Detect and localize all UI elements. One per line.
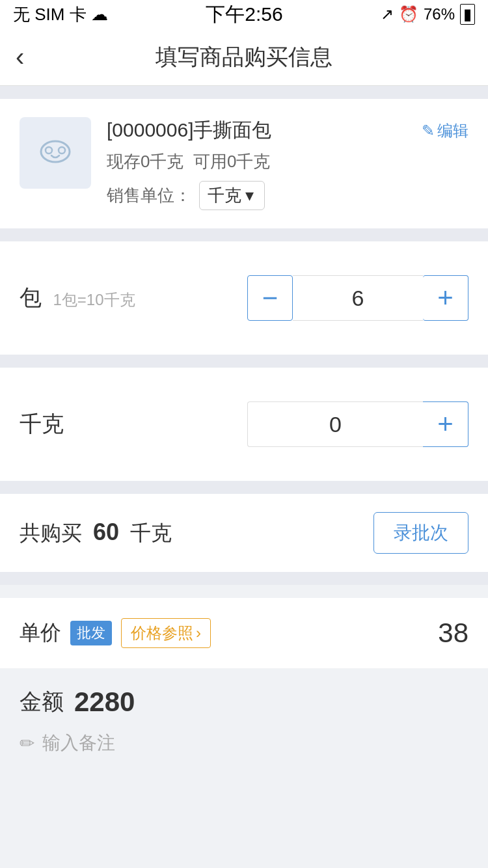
pencil-icon: ✏ — [20, 733, 34, 754]
kg-section: 千克 + — [0, 368, 488, 481]
status-left: 无 SIM 卡 ☁ — [13, 3, 108, 26]
product-thumbnail — [20, 117, 91, 189]
summary-amount: 60 — [93, 519, 119, 545]
amount-row: 金额 2280 — [20, 686, 468, 718]
kg-quantity-control: + — [247, 401, 468, 447]
kg-label: 千克 — [20, 409, 64, 439]
fill-area — [0, 768, 488, 868]
product-name: [0000006]手撕面包 — [107, 117, 271, 144]
svg-point-2 — [59, 147, 65, 154]
product-info: [0000006]手撕面包 ✎ 编辑 现存0千克 可用0千克 销售单位： 千克 … — [107, 117, 468, 210]
battery-label: 76% — [424, 5, 455, 23]
amount-label: 金额 — [20, 687, 64, 717]
product-stock: 现存0千克 可用0千克 — [107, 150, 468, 173]
price-label-group: 单价 批发 价格参照 › — [20, 618, 211, 648]
kg-quantity-input[interactable] — [247, 401, 423, 447]
summary-section: 共购买 60 千克 录批次 — [0, 494, 488, 572]
summary-text: 共购买 60 千克 — [20, 519, 172, 548]
bao-quantity-control: − + — [247, 275, 468, 321]
product-unit-row: 销售单位： 千克 ▾ — [107, 181, 468, 210]
price-ref-arrow-icon: › — [196, 624, 201, 642]
edit-button[interactable]: ✎ 编辑 — [422, 120, 468, 141]
top-divider — [0, 86, 488, 99]
note-row[interactable]: ✏ 输入备注 — [20, 731, 468, 755]
pifa-badge: 批发 — [70, 621, 112, 645]
status-bar: 无 SIM 卡 ☁ 下午2:56 ↗ ⏰ 76% ▮ — [0, 0, 488, 29]
bao-minus-button[interactable]: − — [247, 275, 293, 321]
price-section: 单价 批发 价格参照 › 38 — [0, 598, 488, 668]
bao-hint: 1包=10千克 — [53, 291, 135, 308]
amount-value: 2280 — [74, 686, 135, 718]
kg-plus-button[interactable]: + — [423, 401, 468, 447]
nav-bar: ‹ 填写商品购买信息 — [0, 29, 488, 86]
bao-row: 包 1包=10千克 − + — [20, 262, 468, 334]
svg-point-1 — [46, 147, 52, 154]
price-row: 单价 批发 价格参照 › 38 — [20, 617, 468, 649]
divider-2 — [0, 355, 488, 368]
unit-dropdown[interactable]: 千克 ▾ — [199, 181, 265, 210]
divider-3 — [0, 481, 488, 494]
back-button[interactable]: ‹ — [16, 42, 24, 72]
status-right: ↗ ⏰ 76% ▮ — [381, 4, 475, 25]
note-placeholder: 输入备注 — [42, 731, 115, 755]
battery-icon: ▮ — [460, 4, 475, 25]
bao-quantity-input[interactable] — [293, 275, 423, 321]
price-ref-button[interactable]: 价格参照 › — [121, 618, 211, 648]
batch-button[interactable]: 录批次 — [373, 512, 468, 554]
kg-row: 千克 + — [20, 388, 468, 460]
status-time: 下午2:56 — [206, 1, 282, 28]
product-logo-icon — [36, 133, 75, 172]
bao-plus-button[interactable]: + — [423, 275, 468, 321]
edit-icon: ✎ — [422, 122, 435, 140]
amount-section: 金额 2280 ✏ 输入备注 — [0, 668, 488, 768]
chevron-down-icon: ▾ — [245, 185, 254, 206]
sim-label: 无 SIM 卡 ☁ — [13, 3, 108, 26]
product-card: [0000006]手撕面包 ✎ 编辑 现存0千克 可用0千克 销售单位： 千克 … — [0, 99, 488, 228]
location-icon: ↗ — [381, 5, 394, 23]
divider-4 — [0, 572, 488, 585]
bao-label: 包 1包=10千克 — [20, 283, 135, 313]
page-title: 填写商品购买信息 — [156, 42, 332, 72]
bao-section: 包 1包=10千克 − + — [0, 241, 488, 355]
price-label: 单价 — [20, 619, 61, 647]
price-value: 38 — [438, 617, 468, 649]
divider-1 — [0, 228, 488, 241]
alarm-icon: ⏰ — [399, 5, 418, 23]
